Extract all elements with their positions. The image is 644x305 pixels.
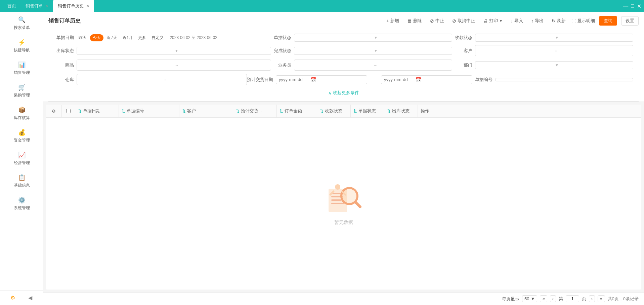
th-checkbox[interactable] [62,106,75,117]
customer-ellipsis-icon[interactable]: ··· [553,47,630,54]
stop-button[interactable]: ⊘ 中止 [428,16,446,25]
cancel-stop-button[interactable]: ⊘ 取消中止 [450,16,477,25]
query-button[interactable]: 查询 [599,16,617,26]
complete-status-select[interactable]: ▼ [294,47,452,55]
inventory-icon: 📦 [18,106,26,114]
sidebar-item-finance[interactable]: 💰 资金管理 [0,125,43,147]
date-tab-7days[interactable]: 近7天 [105,34,119,41]
sales-mgmt-icon: 📊 [18,61,26,69]
first-page-button[interactable]: « [540,295,547,302]
customer-label: 客户 [452,48,472,54]
next-page-button[interactable]: › [589,295,595,302]
page-size-select[interactable]: 50 ▼ [522,295,537,302]
svg-rect-3 [331,199,341,201]
tab-sales-order-history[interactable]: 销售订单历史 ✕ [53,0,94,12]
tab-sales-order[interactable]: 销售订单 ✕ [21,0,53,12]
date-label: 单据日期 [54,35,74,41]
date-tab-more[interactable]: 更多 [136,34,148,41]
import-button[interactable]: ↓ 导入 [509,16,525,25]
sort-icon-number[interactable]: ⇅ [122,109,125,114]
product-select[interactable]: ··· [77,60,271,71]
sidebar-item-search-menu[interactable]: 🔍 搜索菜单 [0,12,43,35]
warehouse-select[interactable]: ··· [77,74,247,85]
date-tab-custom[interactable]: 自定义 [149,34,166,41]
delivery-date-label: 预计交货日期 [247,77,273,83]
filter-warehouse: 仓库 ··· [54,74,247,85]
sidebar-item-sales-mgmt[interactable]: 📊 销售管理 [0,57,43,80]
collapse-filters[interactable]: ∧ 收起更多条件 [54,88,633,97]
sidebar-settings-icon[interactable]: ⚙ [10,295,15,301]
delivery-date-start[interactable]: 📅 [276,75,367,84]
close-window-icon[interactable]: ✕ [637,3,641,9]
sort-icon-order-status[interactable]: ⇅ [353,109,357,114]
sort-icon-pay-status[interactable]: ⇅ [320,109,324,114]
th-amount: ⇅ 订单金额 [277,105,317,117]
product-label: 商品 [54,62,74,68]
calendar-start-icon: 📅 [310,77,316,82]
close-tab-sales-order-history[interactable]: ✕ [86,4,89,8]
show-detail-checkbox[interactable]: 显示明细 [572,18,595,24]
salesperson-ellipsis-icon[interactable]: ··· [372,61,449,69]
filter-row-4: 仓库 ··· 预计交货日期 📅 — [54,74,633,85]
sidebar-item-purchase-mgmt[interactable]: 🛒 采购管理 [0,80,43,102]
sort-icon-out-status[interactable]: ⇅ [387,109,391,114]
page-number-input[interactable] [566,295,579,302]
sidebar-item-operations[interactable]: 📈 经营管理 [0,147,43,170]
main-layout: 🔍 搜索菜单 ⚡ 快捷导航 📊 销售管理 🛒 采购管理 📦 库存核算 💰 资金管… [0,12,644,305]
date-tab-1month[interactable]: 近1月 [121,34,135,41]
sort-icon-date[interactable]: ⇅ [78,109,82,114]
maximize-icon[interactable]: □ [631,3,634,9]
sort-icon-customer[interactable]: ⇅ [182,109,186,114]
sidebar-item-inventory[interactable]: 📦 库存核算 [0,102,43,125]
date-tab-today[interactable]: 今天 [90,34,103,41]
sort-icon-delivery[interactable]: ⇅ [236,109,240,114]
date-tab-yesterday[interactable]: 昨天 [77,34,89,41]
delivery-date-end-input[interactable] [384,77,414,82]
total-info: 共0页，0条记录 [608,296,639,302]
select-all-checkbox[interactable] [66,109,71,113]
th-customer: ⇅ 客户 [179,105,233,117]
refresh-button[interactable]: ↻ 刷新 [550,16,568,25]
delivery-date-end[interactable]: 📅 [381,75,472,84]
new-button[interactable]: + 新增 [384,16,401,25]
salesperson-select[interactable]: ··· [294,60,452,71]
last-page-button[interactable]: » [598,295,605,302]
customer-select[interactable]: ··· [475,45,633,56]
show-detail-input[interactable] [572,19,576,23]
delete-button[interactable]: 🗑 删除 [405,16,424,25]
sidebar-item-quick-nav[interactable]: ⚡ 快捷导航 [0,35,43,57]
pay-status-select[interactable]: ▼ [475,34,633,42]
empty-illustration [325,182,362,216]
sidebar-collapse-icon[interactable]: ◀ [28,295,32,301]
tab-home[interactable]: 首页 [3,0,21,12]
table-settings-icon[interactable]: ⚙ [52,109,56,114]
tab-list: 首页 销售订单 ✕ 销售订单历史 ✕ [3,0,623,12]
warehouse-label: 仓库 [54,77,74,83]
print-icon: 🖨 [483,18,488,24]
th-pay-status: ⇅ 收款状态 [317,105,351,117]
th-settings[interactable]: ⚙ [46,105,62,117]
dept-select[interactable]: ▼ [475,61,633,69]
sort-icon-amount[interactable]: ⇅ [280,109,283,114]
order-status-select[interactable]: ▼ [294,34,452,42]
import-icon: ↓ [511,18,513,24]
pay-status-arrow-icon: ▼ [555,35,630,40]
order-no-input[interactable] [495,78,633,81]
settings-button[interactable]: 设置 [621,16,639,26]
print-button[interactable]: 🖨 打印 ▼ [481,16,505,25]
delivery-date-start-input[interactable] [279,77,309,82]
export-button[interactable]: ↑ 导出 [529,16,546,25]
purchase-mgmt-icon: 🛒 [18,84,26,91]
warehouse-ellipsis-icon[interactable]: ··· [161,76,244,83]
minimize-icon[interactable]: — [623,3,628,9]
table-body: 暂无数据 [46,118,641,290]
salesperson-label: 业务员 [271,62,291,68]
sidebar-item-system[interactable]: ⚙️ 系统管理 [0,192,43,215]
close-tab-sales-order[interactable]: ✕ [45,4,48,8]
out-status-select[interactable]: ▼ [77,47,271,55]
product-ellipsis-icon[interactable]: ··· [173,61,268,69]
pay-status-label: 收款状态 [452,35,472,41]
content-area: 销售订单历史 + 新增 🗑 删除 ⊘ 中止 ⊘ [43,12,644,305]
prev-page-button[interactable]: ‹ [550,295,556,302]
sidebar-item-basic-info[interactable]: 📋 基础信息 [0,170,43,192]
